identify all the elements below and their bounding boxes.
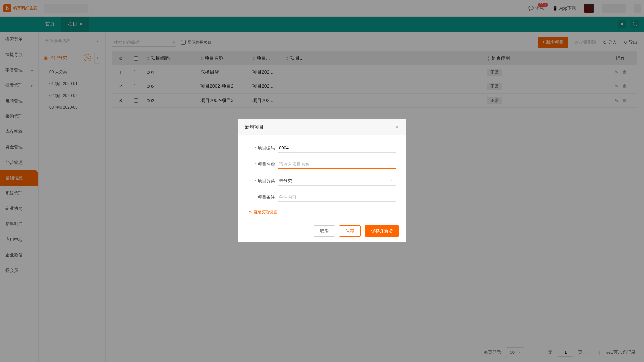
category-value: 未分类 xyxy=(279,178,292,183)
add-project-modal: 新增项目 × *项目编码 *项目名称 *项目分类 未分类 ⌄ 项目备注 ⚙ 自定… xyxy=(238,119,406,242)
project-remark-input[interactable] xyxy=(278,193,396,202)
project-category-select[interactable]: 未分类 ⌄ xyxy=(278,176,396,186)
gear-icon: ⚙ xyxy=(248,210,252,215)
save-and-new-button[interactable]: 保存并新增 xyxy=(365,225,399,237)
form-row-name: *项目名称 xyxy=(248,160,396,169)
project-name-input[interactable] xyxy=(278,160,396,169)
custom-field-settings-link[interactable]: ⚙ 自定义项设置 xyxy=(248,209,396,215)
cancel-button[interactable]: 取消 xyxy=(314,225,335,237)
form-row-category: *项目分类 未分类 ⌄ xyxy=(248,176,396,186)
chevron-down-icon: ⌄ xyxy=(391,178,394,182)
modal-header: 新增项目 × xyxy=(238,119,406,135)
save-button[interactable]: 保存 xyxy=(339,225,361,237)
modal-title: 新增项目 xyxy=(245,124,264,130)
field-remark-label: 项目备注 xyxy=(248,194,275,200)
form-row-remark: 项目备注 xyxy=(248,193,396,202)
field-name-label: *项目名称 xyxy=(248,161,275,167)
field-category-label: *项目分类 xyxy=(248,178,275,184)
field-code-label: *项目编码 xyxy=(248,145,275,151)
modal-body: *项目编码 *项目名称 *项目分类 未分类 ⌄ 项目备注 ⚙ 自定义项设置 xyxy=(238,135,406,220)
custom-link-label: 自定义项设置 xyxy=(253,209,277,215)
modal-footer: 取消 保存 保存并新增 xyxy=(238,220,406,242)
form-row-code: *项目编码 xyxy=(248,144,396,153)
project-code-input[interactable] xyxy=(278,144,396,153)
modal-close-button[interactable]: × xyxy=(395,124,399,131)
